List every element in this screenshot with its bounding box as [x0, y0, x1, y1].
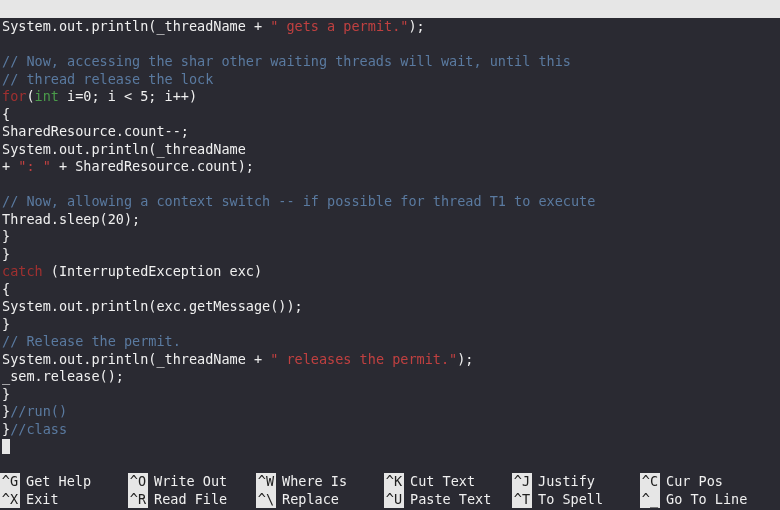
shortcut-key: ^U [384, 491, 404, 509]
shortcut-item[interactable]: ^UPaste Text [384, 491, 512, 509]
code-token: for [2, 88, 26, 104]
code-token: // Now, accessing the shar other waiting… [2, 53, 571, 69]
code-line[interactable] [2, 176, 778, 194]
shortcut-key: ^_ [640, 491, 660, 509]
shortcut-label: To Spell [538, 491, 603, 509]
shortcut-key: ^X [0, 491, 20, 509]
shortcut-label: Paste Text [410, 491, 491, 509]
code-line[interactable]: Thread.sleep(20); [2, 211, 778, 229]
shortcut-item[interactable]: ^RRead File [128, 491, 256, 509]
code-line[interactable]: } [2, 316, 778, 334]
code-token: Thread.sleep(20); [2, 211, 140, 227]
code-token: //class [10, 421, 67, 437]
code-token: (InterruptedException exc) [43, 263, 262, 279]
code-token: // thread release the lock [2, 71, 213, 87]
shortcut-label: Go To Line [666, 491, 747, 509]
shortcut-label: Justify [538, 473, 595, 491]
code-token: System.out.println(_threadName [2, 141, 246, 157]
code-token: _sem.release(); [2, 368, 124, 384]
shortcut-key: ^\ [256, 491, 276, 509]
shortcut-label: Where Is [282, 473, 347, 491]
title-bar: GNU nano 4.8 SemaphoreClient.java [0, 0, 780, 18]
code-token: } [2, 421, 10, 437]
shortcut-label: Read File [154, 491, 227, 509]
shortcut-key: ^K [384, 473, 404, 491]
code-token: int [35, 88, 59, 104]
code-line[interactable]: }//class [2, 421, 778, 439]
code-line[interactable]: + ": " + SharedResource.count); [2, 158, 778, 176]
code-token: ); [408, 18, 424, 34]
shortcut-bar: ^GGet Help^OWrite Out^WWhere Is^KCut Tex… [0, 473, 780, 508]
code-token: SharedResource.count--; [2, 123, 189, 139]
cursor-line[interactable] [2, 438, 778, 456]
shortcut-key: ^T [512, 491, 532, 509]
shortcut-key: ^W [256, 473, 276, 491]
shortcut-item[interactable]: ^GGet Help [0, 473, 128, 491]
code-line[interactable]: // Now, accessing the shar other waiting… [2, 53, 778, 71]
shortcut-item[interactable]: ^OWrite Out [128, 473, 256, 491]
shortcut-item[interactable]: ^XExit [0, 491, 128, 509]
code-token: { [2, 106, 10, 122]
code-line[interactable]: _sem.release(); [2, 368, 778, 386]
text-cursor [2, 439, 10, 454]
shortcut-key: ^O [128, 473, 148, 491]
code-line[interactable]: // Now, allowing a context switch -- if … [2, 193, 778, 211]
shortcut-item[interactable]: ^KCut Text [384, 473, 512, 491]
shortcut-label: Get Help [26, 473, 91, 491]
code-token: } [2, 386, 10, 402]
code-line[interactable]: // thread release the lock [2, 71, 778, 89]
shortcut-label: Write Out [154, 473, 227, 491]
shortcut-key: ^R [128, 491, 148, 509]
editor-area[interactable]: System.out.println(_threadName + " gets … [0, 18, 780, 473]
code-line[interactable]: catch (InterruptedException exc) [2, 263, 778, 281]
code-token: " releases the permit." [270, 351, 457, 367]
code-line[interactable]: } [2, 246, 778, 264]
code-token: } [2, 316, 10, 332]
code-line[interactable]: }//run() [2, 403, 778, 421]
shortcut-key: ^C [640, 473, 660, 491]
code-line[interactable] [2, 36, 778, 54]
code-line[interactable]: } [2, 228, 778, 246]
shortcut-key: ^J [512, 473, 532, 491]
code-line[interactable]: for(int i=0; i < 5; i++) [2, 88, 778, 106]
shortcut-label: Cur Pos [666, 473, 723, 491]
code-token: ": " [18, 158, 51, 174]
code-token: " gets a permit." [270, 18, 408, 34]
code-line[interactable]: } [2, 386, 778, 404]
code-token: catch [2, 263, 43, 279]
code-token: System.out.println(exc.getMessage()); [2, 298, 303, 314]
code-token: // Release the permit. [2, 333, 181, 349]
shortcut-item[interactable]: ^JJustify [512, 473, 640, 491]
code-line[interactable]: { [2, 281, 778, 299]
shortcut-item[interactable]: ^CCur Pos [640, 473, 768, 491]
code-token: } [2, 246, 10, 262]
shortcut-label: Exit [26, 491, 59, 509]
shortcut-label: Replace [282, 491, 339, 509]
shortcut-label: Cut Text [410, 473, 475, 491]
shortcut-item[interactable]: ^WWhere Is [256, 473, 384, 491]
code-token: { [2, 281, 10, 297]
code-line[interactable]: // Release the permit. [2, 333, 778, 351]
shortcut-item[interactable]: ^_Go To Line [640, 491, 768, 509]
code-token: ( [26, 88, 34, 104]
shortcut-key: ^G [0, 473, 20, 491]
code-token: ); [457, 351, 473, 367]
code-token: i=0; i < 5; i++) [59, 88, 197, 104]
code-token: } [2, 403, 10, 419]
code-line[interactable]: System.out.println(_threadName + " relea… [2, 351, 778, 369]
shortcut-item[interactable]: ^TTo Spell [512, 491, 640, 509]
code-line[interactable]: System.out.println(_threadName + " gets … [2, 18, 778, 36]
code-token: } [2, 228, 10, 244]
code-line[interactable]: { [2, 106, 778, 124]
code-token: + SharedResource.count); [51, 158, 254, 174]
code-token: // Now, allowing a context switch -- if … [2, 193, 595, 209]
code-token: //run() [10, 403, 67, 419]
code-token: System.out.println(_threadName + [2, 18, 270, 34]
code-token: + [2, 158, 18, 174]
code-token: System.out.println(_threadName + [2, 351, 270, 367]
code-line[interactable]: System.out.println(_threadName [2, 141, 778, 159]
shortcut-item[interactable]: ^\Replace [256, 491, 384, 509]
code-line[interactable]: System.out.println(exc.getMessage()); [2, 298, 778, 316]
code-line[interactable]: SharedResource.count--; [2, 123, 778, 141]
